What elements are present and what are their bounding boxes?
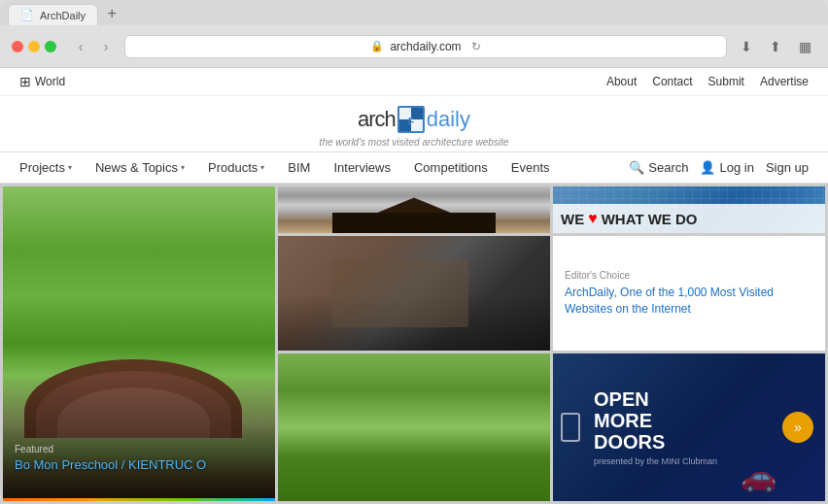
new-tab-button[interactable]: +	[102, 4, 121, 23]
about-link[interactable]: About	[606, 75, 637, 88]
featured-title[interactable]: Bo Mon Preschool / KIENTRUC O	[15, 457, 206, 472]
featured-color-bar	[3, 498, 275, 501]
nav-right: 🔍 Search 👤 Log in Sign up	[629, 160, 809, 175]
nav-item-events[interactable]: Events	[500, 152, 562, 183]
open-doors-text: OPEN MORE DOORS	[594, 388, 813, 453]
browser-tab[interactable]: 📄 ArchDaily	[8, 4, 98, 25]
world-link[interactable]: ⊞ World	[19, 74, 65, 89]
nav-events-label: Events	[511, 160, 550, 175]
heart-icon: ♥	[588, 210, 598, 227]
browser-actions: ⬇ ⬆ ▦	[735, 35, 816, 58]
arrow-button[interactable]: »	[782, 412, 813, 443]
browser-chrome: ‹ › 🔒 archdaily.com ↻ ⬇ ⬆ ▦	[0, 25, 828, 68]
forward-button[interactable]: ›	[95, 36, 117, 57]
site-tagline: the world's most visited architecture we…	[320, 137, 509, 148]
search-icon: 🔍	[629, 160, 644, 175]
submit-link[interactable]: Submit	[708, 75, 744, 88]
url-text: archdaily.com	[390, 40, 461, 53]
chevron-down-icon: ▾	[260, 163, 264, 172]
featured-image-cell[interactable]: Featured Bo Mon Preschool / KIENTRUC O	[3, 186, 275, 501]
site-header: arch F daily the world's most visited ar…	[0, 96, 828, 151]
nav-competitions-label: Competitions	[414, 160, 488, 175]
open-doors-line2: MORE	[594, 410, 813, 431]
advertise-link[interactable]: Advertise	[760, 75, 809, 88]
download-icon[interactable]: ⬇	[735, 35, 758, 58]
browser-window: 📄 ArchDaily + ‹ › 🔒 archdaily.com ↻ ⬇ ⬆ …	[0, 0, 828, 504]
lock-icon: 🔒	[370, 40, 384, 52]
nav-products-label: Products	[208, 160, 258, 175]
nav-projects-label: Projects	[19, 160, 65, 175]
logo-icon: F	[396, 104, 427, 135]
nav-items: Projects ▾ News & Topics ▾ Products ▾ BI…	[19, 152, 629, 183]
open-doors-cell[interactable]: OPEN MORE DOORS presented by the MINI Cl…	[553, 353, 825, 501]
nav-news-label: News & Topics	[95, 160, 178, 175]
login-label: Log in	[719, 160, 753, 175]
search-button[interactable]: 🔍 Search	[629, 160, 688, 175]
door-icon	[561, 413, 580, 442]
close-button[interactable]	[12, 41, 23, 52]
nav-bim-label: BIM	[288, 160, 310, 175]
login-button[interactable]: 👤 Log in	[700, 160, 753, 175]
featured-label: Featured Bo Mon Preschool / KIENTRUC O	[15, 444, 206, 472]
maximize-button[interactable]	[45, 41, 56, 52]
nav-interviews-label: Interviews	[333, 160, 391, 175]
site-logo[interactable]: arch F daily	[358, 104, 470, 135]
chevron-down-icon: ▾	[68, 163, 72, 172]
brown-building-cell[interactable]	[278, 236, 550, 350]
featured-tag: Featured	[15, 444, 206, 454]
traffic-lights	[12, 41, 56, 52]
we-love-text1: WE	[561, 211, 584, 227]
signup-label: Sign up	[766, 160, 809, 175]
world-label: World	[35, 75, 65, 88]
minimize-button[interactable]	[28, 41, 40, 52]
logo-arch-text: arch	[358, 107, 396, 132]
open-doors-line3: DOORS	[594, 431, 813, 453]
nav-item-competitions[interactable]: Competitions	[402, 152, 500, 183]
contact-link[interactable]: Contact	[652, 75, 692, 88]
car-icon: 🚗	[741, 459, 776, 493]
svg-text:F: F	[408, 117, 414, 127]
editors-text: ArchDaily, One of the 1,000 Most Visited…	[565, 285, 813, 318]
top-bar: ⊞ World About Contact Submit Advertise	[0, 68, 828, 96]
globe-icon: ⊞	[19, 74, 31, 89]
nav-item-interviews[interactable]: Interviews	[322, 152, 402, 183]
user-icon: 👤	[700, 160, 715, 175]
tab-label: ArchDaily	[40, 10, 86, 21]
mini-label: presented by the MINI Clubman	[594, 456, 813, 466]
logo-daily-text: daily	[427, 107, 470, 132]
chevron-down-icon: ▾	[181, 163, 185, 172]
editors-choice-cell[interactable]: Editor's Choice ArchDaily, One of the 1,…	[553, 236, 825, 350]
website-content: ⊞ World About Contact Submit Advertise a…	[0, 68, 828, 504]
nav-buttons: ‹ ›	[70, 36, 117, 57]
blue-dome-cell[interactable]: WE ♥ WHAT WE DO	[553, 186, 825, 233]
tab-bar: 📄 ArchDaily +	[0, 0, 828, 25]
editors-tag: Editor's Choice	[565, 270, 813, 281]
open-doors-line1: OPEN	[594, 388, 813, 410]
we-love-banner: WE ♥ WHAT WE DO	[553, 204, 825, 233]
nav-item-bim[interactable]: BIM	[276, 152, 322, 183]
we-love-text2: WHAT WE DO	[602, 211, 698, 227]
address-bar[interactable]: 🔒 archdaily.com ↻	[124, 35, 727, 58]
share-icon[interactable]: ⬆	[764, 35, 787, 58]
main-nav: Projects ▾ News & Topics ▾ Products ▾ BI…	[0, 151, 828, 184]
nav-item-news[interactable]: News & Topics ▾	[84, 152, 196, 183]
sidebar-icon[interactable]: ▦	[793, 35, 816, 58]
back-button[interactable]: ‹	[70, 36, 91, 57]
reload-icon[interactable]: ↻	[471, 40, 481, 53]
top-links: About Contact Submit Advertise	[606, 75, 809, 88]
nav-item-projects[interactable]: Projects ▾	[19, 152, 84, 183]
signup-button[interactable]: Sign up	[766, 160, 809, 175]
nav-item-products[interactable]: Products ▾	[196, 152, 276, 183]
pavilion-image-cell[interactable]	[278, 186, 550, 233]
search-label: Search	[648, 160, 688, 175]
green-landscape-cell[interactable]	[278, 353, 550, 501]
main-content-grid: Featured Bo Mon Preschool / KIENTRUC O	[0, 184, 828, 504]
